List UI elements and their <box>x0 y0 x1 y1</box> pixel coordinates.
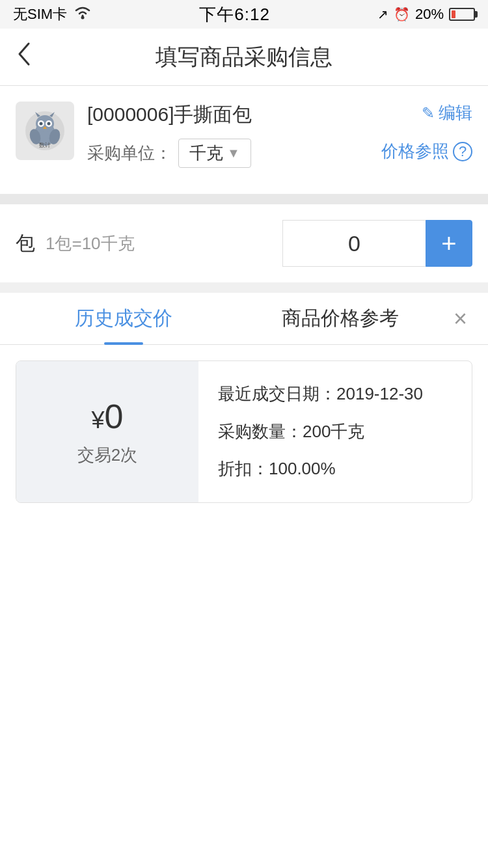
tab1-label: 历史成交价 <box>75 305 172 332</box>
unit-label: 采购单位： <box>87 142 172 165</box>
carrier-text: 无SIM卡 <box>13 5 67 24</box>
battery-icon <box>449 8 475 21</box>
card-detail-area: 最近成交日期：2019-12-30 采购数量：200千克 折扣：100.00% <box>198 361 472 502</box>
tab-history-price[interactable]: 历史成交价 <box>16 293 232 345</box>
edit-label: 编辑 <box>439 102 472 124</box>
price-ref-label: 价格参照 <box>381 140 449 163</box>
discount-value: 100.00% <box>269 459 336 478</box>
quantity-input[interactable]: 0 <box>282 220 426 267</box>
product-name: [0000006]手撕面包 <box>87 102 252 128</box>
product-section: 数计 [0000006]手撕面包 采购单位： 千克 ▼ ✎ 编辑 <box>0 86 488 194</box>
quantity-plus-button[interactable]: + <box>426 220 472 267</box>
card-price-display: ¥0 <box>92 397 124 436</box>
price-symbol: ¥ <box>92 407 105 433</box>
battery-percent: 20% <box>415 6 444 23</box>
tab2-label: 商品价格参考 <box>282 305 399 332</box>
price-ref-button[interactable]: 价格参照 ? <box>381 140 472 163</box>
unit-select[interactable]: 千克 ▼ <box>178 139 251 168</box>
svg-point-9 <box>47 122 51 126</box>
nav-bar: 填写商品采购信息 <box>0 29 488 86</box>
plus-icon: + <box>441 229 456 258</box>
status-time: 下午6:12 <box>199 3 270 26</box>
history-card: ¥0 交易2次 最近成交日期：2019-12-30 采购数量：200千克 折扣：… <box>16 360 472 503</box>
purchase-qty-value: 200千克 <box>303 422 364 441</box>
edit-icon: ✎ <box>422 104 435 122</box>
product-unit-row: 采购单位： 千克 ▼ <box>87 139 252 168</box>
unit-value: 千克 <box>189 142 223 165</box>
unit-bao-label: 包 <box>16 230 35 257</box>
unit-dropdown-arrow: ▼ <box>227 146 240 161</box>
location-icon: ↗ <box>377 7 388 22</box>
tabs-header: 历史成交价 商品价格参考 × <box>0 293 488 345</box>
svg-point-8 <box>40 122 43 126</box>
recent-date-row: 最近成交日期：2019-12-30 <box>218 381 452 408</box>
recent-date-value: 2019-12-30 <box>336 384 423 403</box>
bottom-area <box>0 519 488 868</box>
svg-text:数计: 数计 <box>39 142 51 148</box>
status-right: ↗ ⏰ 20% <box>377 6 475 23</box>
tab-price-reference[interactable]: 商品价格参考 <box>232 293 448 345</box>
wifi-icon <box>74 5 92 23</box>
card-price-area: ¥0 交易2次 <box>16 361 198 502</box>
unit-conversion: 1包=10千克 <box>46 232 135 255</box>
card-section: ¥0 交易2次 最近成交日期：2019-12-30 采购数量：200千克 折扣：… <box>0 345 488 519</box>
edit-button[interactable]: ✎ 编辑 <box>422 102 472 124</box>
discount-row: 折扣：100.00% <box>218 455 452 483</box>
quantity-input-group: 0 + <box>282 220 472 267</box>
status-bar: 无SIM卡 下午6:12 ↗ ⏰ 20% <box>0 0 488 29</box>
back-button[interactable] <box>16 41 31 73</box>
tabs-section: 历史成交价 商品价格参考 × ¥0 交易2次 最近成交日期：2019-12-30… <box>0 293 488 519</box>
product-info: [0000006]手撕面包 采购单位： 千克 ▼ <box>87 102 252 168</box>
quantity-section: 包 1包=10千克 0 + <box>0 204 488 282</box>
close-button[interactable]: × <box>448 305 472 332</box>
price-value: 0 <box>105 398 124 435</box>
discount-label: 折扣： <box>218 459 269 478</box>
help-icon: ? <box>453 142 472 161</box>
product-thumbnail: 数计 <box>16 102 74 160</box>
tab-underline <box>104 342 143 345</box>
status-left: 无SIM卡 <box>13 5 92 24</box>
recent-date-label: 最近成交日期： <box>218 384 336 403</box>
right-actions: ✎ 编辑 价格参照 ? <box>381 102 472 163</box>
section-divider <box>0 194 488 204</box>
svg-point-0 <box>81 16 85 20</box>
alarm-icon: ⏰ <box>394 7 410 22</box>
card-trades-label: 交易2次 <box>77 444 137 467</box>
purchase-qty-label: 采购数量： <box>218 422 303 441</box>
purchase-qty-row: 采购数量：200千克 <box>218 418 452 446</box>
page-title: 填写商品采购信息 <box>156 42 332 72</box>
